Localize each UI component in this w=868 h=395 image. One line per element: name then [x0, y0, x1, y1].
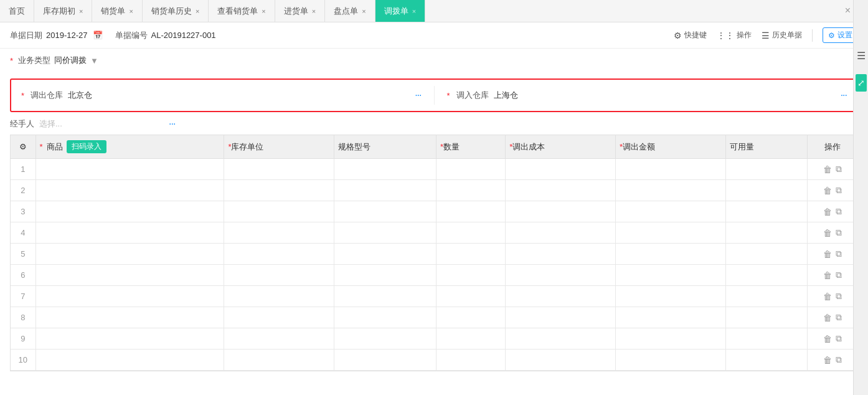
cell-product[interactable] [35, 159, 224, 180]
copy-row-icon[interactable]: ⧉ [836, 312, 842, 323]
cell-amount[interactable] [616, 222, 726, 244]
tab-inventory-check-close[interactable]: × [362, 7, 366, 15]
cell-product[interactable] [35, 265, 224, 286]
cell-spec[interactable] [334, 265, 436, 286]
cell-available[interactable] [725, 265, 807, 286]
cell-amount[interactable] [616, 159, 726, 180]
tab-purchase-order[interactable]: 进货单 × [275, 0, 325, 22]
cell-amount[interactable] [616, 180, 726, 201]
cell-amount[interactable] [616, 371, 726, 372]
cell-product[interactable] [35, 180, 224, 201]
warehouse-in-more-btn[interactable]: ··· [841, 90, 847, 101]
cell-spec[interactable] [334, 307, 436, 328]
cell-unit[interactable] [224, 350, 334, 371]
cell-spec[interactable] [334, 286, 436, 307]
tab-transfer-order[interactable]: 调拨单 × [375, 0, 425, 22]
copy-row-icon[interactable]: ⧉ [836, 227, 842, 238]
cell-cost[interactable] [506, 180, 616, 201]
cell-amount[interactable] [616, 244, 726, 265]
history-btn[interactable]: ☰ 历史单据 [762, 30, 802, 40]
cell-spec[interactable] [334, 350, 436, 371]
tab-inventory-init[interactable]: 库存期初 × [34, 0, 92, 22]
cell-cost[interactable] [506, 286, 616, 307]
cell-product[interactable] [35, 201, 224, 222]
cell-quantity[interactable] [436, 159, 506, 180]
delete-row-icon[interactable]: 🗑 [823, 249, 832, 259]
cell-amount[interactable] [616, 286, 726, 307]
cell-spec[interactable] [334, 328, 436, 350]
delete-row-icon[interactable]: 🗑 [823, 207, 832, 217]
cell-available[interactable] [725, 286, 807, 307]
action-btn[interactable]: ⋮⋮ 操作 [717, 30, 752, 40]
cell-available[interactable] [725, 201, 807, 222]
tab-sales-order[interactable]: 销货单 × [92, 0, 142, 22]
cell-product[interactable] [35, 328, 224, 350]
tab-view-sales[interactable]: 查看销货单 × [209, 0, 275, 22]
cell-cost[interactable] [506, 159, 616, 180]
cell-quantity[interactable] [436, 201, 506, 222]
delete-row-icon[interactable]: 🗑 [823, 313, 832, 323]
sidebar-expand-icon[interactable]: ⤢ [856, 74, 867, 92]
cell-spec[interactable] [334, 159, 436, 180]
cell-unit[interactable] [224, 307, 334, 328]
cell-product[interactable] [35, 222, 224, 244]
cell-available[interactable] [725, 307, 807, 328]
copy-row-icon[interactable]: ⧉ [836, 206, 842, 217]
cell-product[interactable] [35, 350, 224, 371]
handler-more-btn[interactable]: ··· [169, 118, 175, 130]
cell-spec[interactable] [334, 201, 436, 222]
cell-available[interactable] [725, 244, 807, 265]
cell-unit[interactable] [224, 159, 334, 180]
cell-quantity[interactable] [436, 180, 506, 201]
cell-cost[interactable] [506, 244, 616, 265]
shortcut-btn[interactable]: ⚙ 快捷键 [674, 30, 707, 40]
copy-row-icon[interactable]: ⧉ [836, 270, 842, 280]
cell-unit[interactable] [224, 286, 334, 307]
cell-cost[interactable] [506, 222, 616, 244]
cell-cost[interactable] [506, 328, 616, 350]
tab-home[interactable]: 首页 [0, 0, 34, 22]
close-all-tabs[interactable]: × [845, 5, 851, 16]
cell-available[interactable] [725, 159, 807, 180]
copy-row-icon[interactable]: ⧉ [836, 185, 842, 196]
cell-cost[interactable] [506, 307, 616, 328]
delete-row-icon[interactable]: 🗑 [823, 270, 832, 280]
calendar-icon[interactable]: 📅 [93, 31, 103, 40]
delete-row-icon[interactable]: 🗑 [823, 334, 832, 344]
warehouse-out-more-btn[interactable]: ··· [415, 90, 421, 101]
delete-row-icon[interactable]: 🗑 [823, 292, 832, 302]
cell-product[interactable] [35, 307, 224, 328]
tab-sales-order-close[interactable]: × [129, 7, 133, 15]
cell-unit[interactable] [224, 265, 334, 286]
cell-unit[interactable] [224, 244, 334, 265]
tab-transfer-order-close[interactable]: × [412, 7, 416, 15]
cell-unit[interactable] [224, 328, 334, 350]
business-type-select[interactable]: 同价调拨 ▼ [54, 55, 148, 66]
cell-unit[interactable] [224, 371, 334, 372]
cell-quantity[interactable] [436, 286, 506, 307]
cell-spec[interactable] [334, 244, 436, 265]
copy-row-icon[interactable]: ⧉ [836, 249, 842, 259]
cell-spec[interactable] [334, 222, 436, 244]
cell-available[interactable] [725, 371, 807, 372]
cell-product[interactable] [35, 371, 224, 372]
cell-quantity[interactable] [436, 350, 506, 371]
cell-product[interactable] [35, 244, 224, 265]
cell-unit[interactable] [224, 201, 334, 222]
cell-amount[interactable] [616, 350, 726, 371]
cell-available[interactable] [725, 180, 807, 201]
cell-cost[interactable] [506, 265, 616, 286]
tab-sales-history-close[interactable]: × [196, 7, 199, 15]
cell-amount[interactable] [616, 201, 726, 222]
cell-amount[interactable] [616, 307, 726, 328]
cell-spec[interactable] [334, 180, 436, 201]
delete-row-icon[interactable]: 🗑 [823, 186, 832, 196]
cell-available[interactable] [725, 222, 807, 244]
cell-available[interactable] [725, 328, 807, 350]
cell-available[interactable] [725, 350, 807, 371]
tab-view-sales-close[interactable]: × [262, 7, 265, 15]
cell-amount[interactable] [616, 265, 726, 286]
cell-amount[interactable] [616, 328, 726, 350]
cell-quantity[interactable] [436, 244, 506, 265]
cell-quantity[interactable] [436, 222, 506, 244]
